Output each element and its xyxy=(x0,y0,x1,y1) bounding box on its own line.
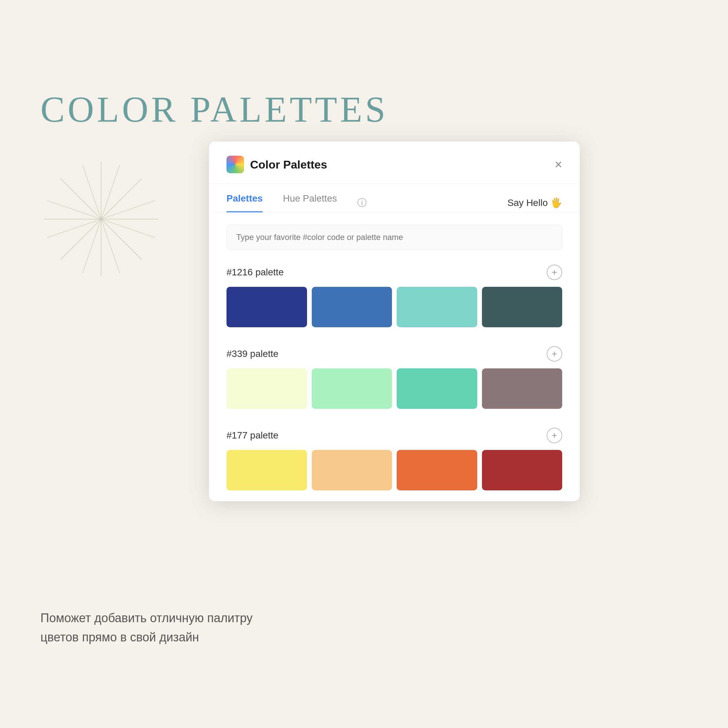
swatch-177-4 xyxy=(482,450,563,490)
swatch-1216-4 xyxy=(482,287,563,327)
swatch-339-4 xyxy=(482,369,563,409)
search-input[interactable] xyxy=(226,225,562,250)
bottom-text-line1: Поможет добавить отличную палитру xyxy=(40,608,252,628)
tab-palettes[interactable]: Palettes xyxy=(226,193,263,213)
palette-1216-swatches xyxy=(226,287,562,327)
swatch-1216-2 xyxy=(312,287,392,327)
palette-339-swatches xyxy=(226,369,562,409)
swatch-177-2 xyxy=(312,450,392,490)
palette-1216-name: #1216 palette xyxy=(226,267,284,278)
palette-1216-section: #1216 palette + xyxy=(209,257,580,338)
palette-177-name: #177 palette xyxy=(226,430,278,441)
panel-header-left: Color Palettes xyxy=(226,156,327,173)
close-button[interactable]: × xyxy=(555,158,562,171)
palette-1216-header: #1216 palette + xyxy=(226,265,562,280)
palette-339-header: #339 palette + xyxy=(226,346,562,362)
tab-say-hello[interactable]: Say Hello 🖐 xyxy=(507,197,562,208)
star-decoration xyxy=(37,155,165,283)
app-icon xyxy=(226,156,244,173)
swatch-339-2 xyxy=(312,369,392,409)
panel-header: Color Palettes × xyxy=(209,142,580,184)
palette-177-section: #177 palette + xyxy=(209,420,580,501)
swatch-339-3 xyxy=(397,369,477,409)
bottom-text-line2: цветов прямо в свой дизайн xyxy=(40,627,252,647)
palette-339-add-button[interactable]: + xyxy=(547,346,562,362)
palette-339-name: #339 palette xyxy=(226,349,278,359)
swatch-1216-1 xyxy=(226,287,307,327)
palette-177-swatches xyxy=(226,450,562,490)
swatch-177-1 xyxy=(226,450,307,490)
palette-177-header: #177 palette + xyxy=(226,428,562,443)
page-title: COLOR PALETTES xyxy=(40,89,388,130)
search-area xyxy=(209,213,580,257)
tabs-bar: Palettes Hue Palettes ⓘ Say Hello 🖐 xyxy=(209,184,580,213)
swatch-177-3 xyxy=(397,450,477,490)
palette-177-add-button[interactable]: + xyxy=(547,428,562,443)
palette-1216-add-button[interactable]: + xyxy=(547,265,562,280)
tab-info[interactable]: ⓘ xyxy=(357,196,367,209)
color-palettes-panel: Color Palettes × Palettes Hue Palettes ⓘ… xyxy=(209,142,580,501)
swatch-1216-3 xyxy=(397,287,477,327)
bottom-text: Поможет добавить отличную палитру цветов… xyxy=(40,608,252,647)
tab-hue-palettes[interactable]: Hue Palettes xyxy=(283,193,337,213)
swatch-339-1 xyxy=(226,369,307,409)
panel-title: Color Palettes xyxy=(250,158,327,171)
palette-339-section: #339 palette + xyxy=(209,338,580,420)
